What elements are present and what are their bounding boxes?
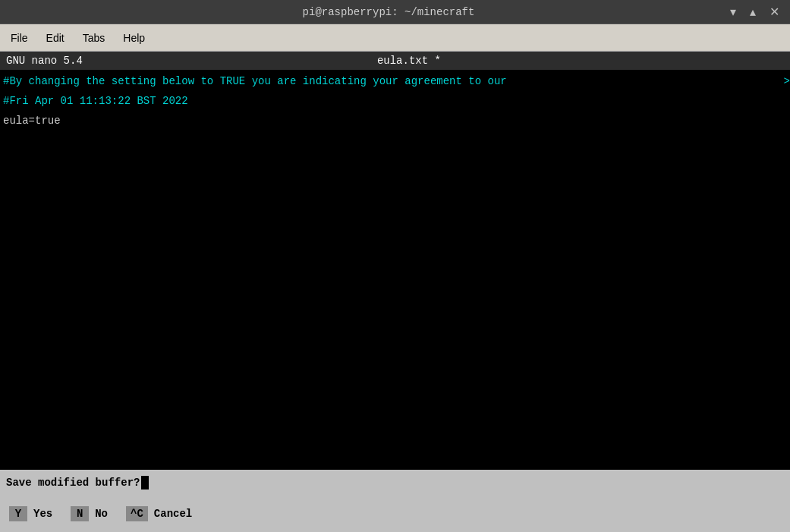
save-options-row: Y Yes N No ^C Cancel [0, 496, 790, 532]
editor-line-3: eula=true [0, 111, 790, 131]
nano-version: GNU nano 5.4 [0, 55, 89, 67]
yes-key: Y [9, 506, 27, 521]
yes-option[interactable]: Y Yes [0, 496, 61, 532]
cancel-key: ^C [126, 506, 148, 521]
scroll-right-indicator: > [782, 71, 790, 91]
no-key: N [71, 506, 89, 521]
save-prompt-text: Save modified buffer? [6, 477, 140, 489]
title-bar-controls: ▾ ▴ ✕ [725, 5, 784, 20]
menu-file[interactable]: File [3, 29, 36, 47]
menu-edit[interactable]: Edit [39, 29, 72, 47]
no-label: No [95, 508, 108, 520]
no-option[interactable]: N No [61, 496, 117, 532]
save-prompt-row: Save modified buffer? [0, 470, 790, 496]
menu-tabs[interactable]: Tabs [75, 29, 113, 47]
editor-area[interactable]: #By changing the setting below to TRUE y… [0, 70, 790, 470]
editor-line-2: #Fri Apr 01 11:13:22 BST 2022 [0, 91, 790, 111]
menu-help[interactable]: Help [115, 29, 153, 47]
menu-bar: File Edit Tabs Help [0, 24, 790, 52]
save-prompt-area: Save modified buffer? Y Yes N No ^C Canc… [0, 470, 790, 532]
save-prompt-cursor [141, 476, 149, 490]
nano-header: GNU nano 5.4 eula.txt * [0, 52, 790, 70]
cancel-label: Cancel [154, 508, 192, 520]
yes-label: Yes [33, 508, 52, 520]
title-bar-title: pi@raspberrypi: ~/minecraft [52, 6, 725, 18]
title-bar: pi@raspberrypi: ~/minecraft ▾ ▴ ✕ [0, 0, 790, 24]
close-button[interactable]: ✕ [765, 5, 784, 20]
maximize-button[interactable]: ▴ [745, 5, 760, 20]
nano-filename: eula.txt * [89, 55, 729, 67]
editor-line-1: #By changing the setting below to TRUE y… [0, 71, 790, 91]
minimize-button[interactable]: ▾ [725, 5, 741, 20]
cancel-option[interactable]: ^C Cancel [117, 496, 201, 532]
